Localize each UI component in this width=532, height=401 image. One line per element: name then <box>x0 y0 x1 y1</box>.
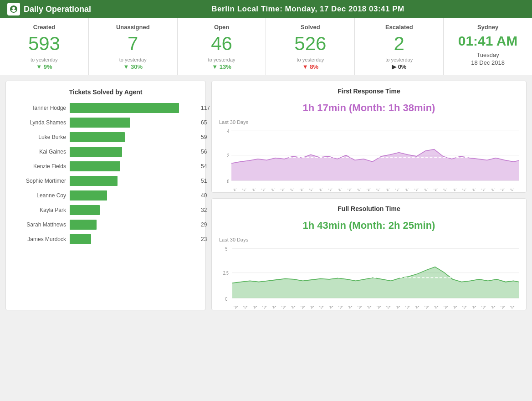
bar-container: 29 <box>70 220 200 230</box>
svg-text:2: 2 <box>227 153 229 159</box>
first-response-metric: 1h 17min (Month: 1h 38min) <box>219 102 519 114</box>
bar-label: Leanne Coy <box>11 192 66 199</box>
bar-label: Lynda Shames <box>11 119 66 126</box>
stat-created-value: 593 <box>4 34 85 53</box>
bar-label: Sarah Matthews <box>11 221 66 228</box>
bar-label: Kai Gaines <box>11 149 66 155</box>
bar-row: Sophie Mortimer 51 <box>11 176 200 186</box>
bar-fill <box>70 234 91 244</box>
bar-container: 56 <box>70 147 200 157</box>
stat-open-label: Open <box>181 24 262 31</box>
full-resolution-chart: 5 2.5 0 2018-11-172018-11-182018-11-1920… <box>219 244 519 303</box>
bar-container: 65 <box>70 118 200 128</box>
bar-label: James Murdock <box>11 236 66 242</box>
svg-marker-14 <box>232 267 519 298</box>
bar-chart-panel: Tickets Solved by Agent Tanner Hodge 117… <box>5 81 206 310</box>
stat-solved-value: 526 <box>270 34 351 53</box>
svg-text:2.5: 2.5 <box>223 271 229 276</box>
header-datetime: Berlin Local Time: Monday, 17 Dec 2018 0… <box>91 5 525 14</box>
svg-text:5: 5 <box>225 246 228 252</box>
stat-open: Open 46 to yesterday ▼ 13% <box>178 18 266 75</box>
first-response-chart: 4 2 0 2018-11-172018-11-182018-11 <box>219 127 519 186</box>
bar-label: Sophie Mortimer <box>11 178 66 184</box>
bar-row: Luke Burke 59 <box>11 132 200 142</box>
stat-escalated-value: 2 <box>358 34 440 53</box>
bar-container: 32 <box>70 205 200 215</box>
bar-container: 59 <box>70 132 200 142</box>
bar-row: Tanner Hodge 117 <box>11 103 200 113</box>
stat-sydney: Sydney 01:41 AM Tuesday 18 Dec 2018 <box>444 18 532 75</box>
stat-solved-change: ▼ 8% <box>270 63 351 70</box>
bar-chart-title: Tickets Solved by Agent <box>11 88 200 96</box>
bar-fill <box>70 132 125 142</box>
bar-row: Leanne Coy 40 <box>11 190 200 200</box>
bar-row: Kayla Park 32 <box>11 205 200 215</box>
bar-label: Kayla Park <box>11 207 66 213</box>
x-axis-label: 2018-12-10 <box>452 306 470 309</box>
bar-container: 54 <box>70 161 200 171</box>
bar-chart: Tanner Hodge 117 Lynda Shames 65 Luke Bu… <box>11 103 200 244</box>
bar-value: 59 <box>201 134 210 140</box>
main-content: Tickets Solved by Agent Tanner Hodge 117… <box>0 75 532 316</box>
bar-label: Tanner Hodge <box>11 105 66 111</box>
stat-unassigned-label: Unassigned <box>92 24 174 31</box>
bar-fill <box>70 190 107 200</box>
stats-row: Created 593 to yesterday ▼ 9% Unassigned… <box>0 18 532 75</box>
stat-solved-label: Solved <box>270 24 351 31</box>
x-axis-label: 2018-11-24 <box>300 306 318 309</box>
bar-row: Kenzie Fields 54 <box>11 161 200 171</box>
first-response-chart-label: Last 30 Days <box>219 119 519 125</box>
bar-value: 117 <box>201 105 210 111</box>
bar-value: 32 <box>201 207 210 213</box>
stat-sydney-value: 01:41 AM <box>447 34 528 48</box>
bar-fill <box>70 176 118 186</box>
x-axis-label: 2018-12-09 <box>443 306 461 309</box>
x-axis-label: 2018-12-16 <box>509 189 519 192</box>
bar-fill <box>70 220 97 230</box>
stat-unassigned-value: 7 <box>92 34 174 53</box>
first-response-panel: First Response Time 1h 17min (Month: 1h … <box>211 81 527 193</box>
bar-row: Kai Gaines 56 <box>11 147 200 157</box>
stat-sydney-date: 18 Dec 2018 <box>447 59 528 66</box>
bar-label: Luke Burke <box>11 134 66 140</box>
app-title: Daily Operational <box>24 5 91 14</box>
stat-created-to-yesterday: to yesterday <box>4 57 85 62</box>
stat-created-change: ▼ 9% <box>4 63 85 70</box>
bar-container: 23 <box>70 234 200 244</box>
x-axis-label: 2018-11-25 <box>309 306 327 309</box>
stat-solved: Solved 526 to yesterday ▼ 8% <box>266 18 355 75</box>
stat-sydney-label: Sydney <box>447 24 528 31</box>
app-logo: Daily Operational <box>7 3 91 15</box>
svg-text:0: 0 <box>225 296 228 302</box>
stat-open-value: 46 <box>181 34 262 53</box>
bar-fill <box>70 118 130 128</box>
bar-value: 56 <box>201 149 210 155</box>
stat-created-label: Created <box>4 24 85 31</box>
bar-fill <box>70 147 122 157</box>
logo-icon <box>7 3 20 15</box>
bar-value: 29 <box>201 221 210 228</box>
stat-unassigned-change: ▼ 30% <box>92 63 174 70</box>
bar-row: James Murdock 23 <box>11 234 200 244</box>
bar-container: 51 <box>70 176 200 186</box>
bar-container: 117 <box>70 103 200 113</box>
stat-escalated-to-yesterday: to yesterday <box>358 57 440 62</box>
right-panels: First Response Time 1h 17min (Month: 1h … <box>211 81 527 310</box>
stat-unassigned: Unassigned 7 to yesterday ▼ 30% <box>89 18 178 75</box>
stat-solved-to-yesterday: to yesterday <box>270 57 351 62</box>
stat-escalated-label: Escalated <box>358 24 440 31</box>
stat-sydney-day: Tuesday <box>447 51 528 58</box>
first-response-title: First Response Time <box>219 87 519 95</box>
bar-value: 23 <box>201 236 210 242</box>
bar-fill <box>70 205 100 215</box>
bar-container: 40 <box>70 190 200 200</box>
stat-escalated-change: ▶ 0% <box>358 63 440 70</box>
stat-created: Created 593 to yesterday ▼ 9% <box>0 18 89 75</box>
x-axis-label: 2018-12-16 <box>509 306 519 309</box>
bar-value: 54 <box>201 163 210 170</box>
bar-row: Sarah Matthews 29 <box>11 220 200 230</box>
stat-open-to-yesterday: to yesterday <box>181 57 262 62</box>
bar-value: 51 <box>201 178 210 184</box>
full-resolution-chart-label: Last 30 Days <box>219 237 519 242</box>
bar-row: Lynda Shames 65 <box>11 118 200 128</box>
